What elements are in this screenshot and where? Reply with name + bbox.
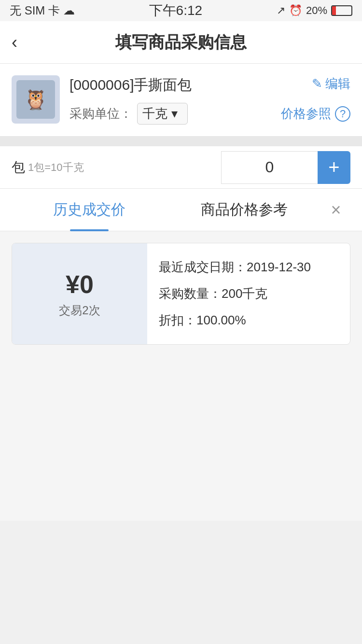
status-time: 下午6:12 [149, 1, 203, 20]
purchase-quantity-line: 采购数量：200千克 [159, 284, 338, 303]
discount-label: 折扣： [159, 313, 196, 327]
quantity-input[interactable] [221, 151, 318, 184]
unit-value: 千克 [142, 105, 167, 122]
location-icon: ↗ [277, 4, 285, 17]
quantity-detail-label: 采购数量： [159, 286, 222, 301]
help-icon: ? [335, 106, 350, 122]
product-unit-row: 采购单位： 千克 ▾ 价格参照 ? [70, 103, 350, 125]
edit-label: 编辑 [325, 75, 350, 92]
edit-icon: ✎ [312, 76, 322, 91]
unit-label: 采购单位： [70, 105, 132, 122]
history-content: ¥0 交易2次 最近成交日期：2019-12-30 采购数量：200千克 折扣：… [0, 231, 362, 521]
product-name: [0000006]手撕面包 [70, 75, 192, 95]
unit-selector: 采购单位： 千克 ▾ [70, 103, 188, 125]
product-image: 🦉 [12, 75, 60, 124]
close-button[interactable]: × [321, 200, 350, 220]
back-button[interactable]: ‹ [12, 32, 17, 53]
unit-tag-label: 包 [12, 158, 25, 177]
product-logo-icon: 🦉 [24, 88, 48, 111]
page-title: 填写商品采购信息 [115, 31, 247, 54]
section-divider [0, 137, 362, 146]
sim-status: 无 SIM 卡 ☁ [10, 3, 75, 18]
status-right: ↗ ⏰ 20% [277, 4, 352, 17]
trade-count: 交易2次 [59, 303, 100, 318]
unit-conversion: 1包=10千克 [28, 160, 84, 175]
status-left: 无 SIM 卡 ☁ [10, 3, 75, 18]
product-card: 🦉 [0000006]手撕面包 ✎ 编辑 采购单位： 千克 ▾ 价格参照 ? [0, 64, 362, 137]
price-reference-button[interactable]: 价格参照 ? [281, 105, 350, 122]
status-bar: 无 SIM 卡 ☁ 下午6:12 ↗ ⏰ 20% [0, 0, 362, 21]
price-ref-label: 价格参照 [281, 105, 331, 122]
alarm-icon: ⏰ [289, 4, 302, 17]
tab-active-indicator [70, 229, 109, 231]
recent-date-value: 2019-12-30 [247, 260, 311, 274]
unit-dropdown[interactable]: 千克 ▾ [137, 103, 188, 125]
tab-product-reference[interactable]: 商品价格参考 [167, 189, 321, 231]
history-price-panel: ¥0 交易2次 [12, 243, 147, 344]
quantity-row: 包 1包=10千克 + [0, 146, 362, 189]
tabs-bar: 历史成交价 商品价格参考 × [0, 189, 362, 231]
recent-date-label: 最近成交日期： [159, 260, 247, 274]
product-info: [0000006]手撕面包 ✎ 编辑 采购单位： 千克 ▾ 价格参照 ? [70, 75, 350, 125]
dropdown-arrow-icon: ▾ [171, 106, 178, 121]
product-header: [0000006]手撕面包 ✎ 编辑 [70, 75, 350, 95]
discount-line: 折扣：100.00% [159, 311, 338, 330]
history-card: ¥0 交易2次 最近成交日期：2019-12-30 采购数量：200千克 折扣：… [12, 243, 350, 345]
package-unit: 包 1包=10千克 [12, 158, 84, 177]
quantity-detail-value: 200千克 [222, 286, 267, 301]
battery-indicator [331, 5, 352, 16]
edit-button[interactable]: ✎ 编辑 [312, 75, 350, 92]
quantity-input-group: + [221, 151, 350, 184]
battery-percent: 20% [306, 4, 327, 17]
tab-product-reference-label: 商品价格参考 [201, 200, 288, 220]
quantity-plus-button[interactable]: + [318, 151, 350, 184]
tab-history-price-label: 历史成交价 [53, 200, 125, 220]
history-price: ¥0 [66, 270, 94, 299]
recent-date-line: 最近成交日期：2019-12-30 [159, 258, 338, 277]
nav-bar: ‹ 填写商品采购信息 [0, 21, 362, 64]
tab-history-price[interactable]: 历史成交价 [12, 189, 167, 231]
history-details-panel: 最近成交日期：2019-12-30 采购数量：200千克 折扣：100.00% [147, 243, 350, 344]
discount-value: 100.00% [196, 313, 246, 327]
